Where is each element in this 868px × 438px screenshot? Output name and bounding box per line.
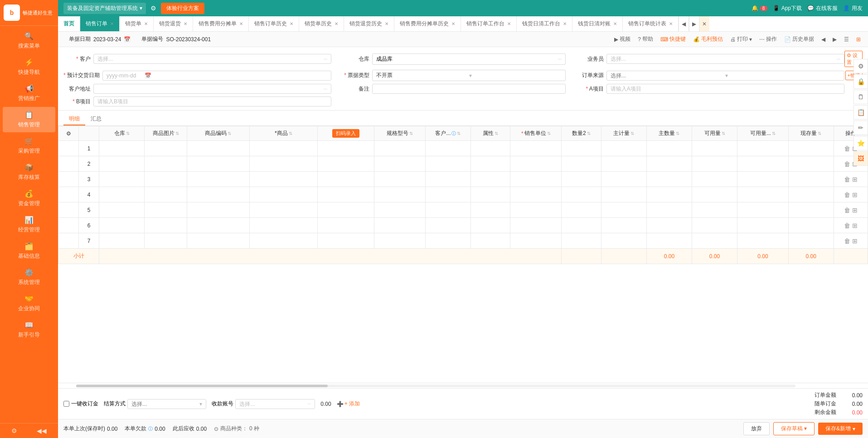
app-download-btn[interactable]: 📱 App下载 [773,5,802,12]
side-panel-star-btn[interactable]: ⭐ [853,136,868,150]
td-avail2-3[interactable] [737,172,789,187]
notification-btn[interactable]: 🔔 8 [752,5,767,11]
grid-view-btn[interactable]: ⊞ [854,35,863,43]
td-attr-6[interactable] [470,218,510,233]
td-stock-5[interactable] [788,202,834,218]
customer-dots[interactable]: ··· [324,57,327,62]
tab-fee-hist[interactable]: 销售费用分摊单历史 ✕ [394,16,461,31]
td-attr-1[interactable] [470,141,510,156]
sidebar-item-search[interactable]: 🔍 搜索菜单 [3,28,55,53]
tab-sales-return-close[interactable]: ✕ [184,21,187,26]
account-dots[interactable]: ··· [307,401,311,406]
side-panel-note-btn[interactable]: 🗒 [853,90,868,104]
copy-row-7-btn[interactable]: ⊞ [852,237,858,245]
list-view-btn[interactable]: ☰ [842,35,851,43]
td-stock-2[interactable] [788,156,834,172]
td-avail2-6[interactable] [737,218,789,233]
tab-sales-workbench[interactable]: 销售订单工作台 ✕ [461,16,517,31]
tab-close-all-btn[interactable]: ✕ [699,16,709,31]
tab-prev-btn[interactable]: ◀ [679,16,689,31]
delivery-date-wrapper[interactable]: 📅 [102,71,331,81]
td-spec-3[interactable] [374,172,426,187]
delivery-date-input[interactable] [107,72,143,79]
td-stock-4[interactable] [788,187,834,202]
td-cust-5[interactable] [425,202,470,218]
td-code-5[interactable] [187,202,250,218]
td-unit-3[interactable] [510,172,562,187]
td-avail-3[interactable] [692,172,737,187]
td-unit-7[interactable] [510,233,562,249]
td-avail2-4[interactable] [737,187,789,202]
td-name-4[interactable] [249,187,317,202]
td-qty2-2[interactable] [562,156,601,172]
tab-sales-fee-close[interactable]: ✕ [239,21,243,26]
td-warehouse-1[interactable] [99,141,145,156]
tab-sales-fee[interactable]: 销售费用分摊单 ✕ [193,16,249,31]
td-attr-7[interactable] [470,233,510,249]
td-name-1[interactable] [249,141,317,156]
td-code-1[interactable] [187,141,250,156]
td-mainqty-3[interactable] [646,172,692,187]
customer-input-wrapper[interactable]: ··· [93,54,331,64]
calendar-icon[interactable]: 📅 [124,36,131,43]
td-code-6[interactable] [187,218,250,233]
td-avail-5[interactable] [692,202,737,218]
staff-dots[interactable]: ··· [837,57,840,62]
td-spec-6[interactable] [374,218,426,233]
sidebar-item-basic[interactable]: 🗂️ 基础信息 [3,238,55,264]
customer-address-input[interactable] [97,86,324,92]
td-avail-6[interactable] [692,218,737,233]
td-avail-7[interactable] [692,233,737,249]
td-mainunit-2[interactable] [601,156,646,172]
delete-row-7-btn[interactable]: 🗑 [844,237,850,245]
td-attr-2[interactable] [470,156,510,172]
td-code-3[interactable] [187,172,250,187]
table-container[interactable]: ⚙ 仓库 ⇅ 商品图片 ⇅ [58,126,868,383]
td-unit-6[interactable] [510,218,562,233]
tab-sales-return[interactable]: 销货退货 ✕ [154,16,193,31]
td-unit-2[interactable] [510,156,562,172]
td-name-7[interactable] [249,233,317,249]
side-panel-edit-btn[interactable]: ✏ [853,120,868,135]
td-avail-2[interactable] [692,156,737,172]
order-source-input[interactable] [611,72,726,79]
tab-mingxi[interactable]: 明细 [63,113,85,125]
print-btn[interactable]: 🖨 打印 ▾ [728,34,754,44]
profit-btn[interactable]: 💰 毛利预估 [691,34,725,44]
history-btn[interactable]: 📄 历史单据 [782,34,816,44]
sidebar-item-purchase[interactable]: 🛒 采购管理 [3,133,55,159]
sidebar-settings-btn[interactable]: ⚙ [11,427,17,434]
td-spec-4[interactable] [374,187,426,202]
note-input[interactable] [376,86,562,92]
customer-address-wrapper[interactable]: ··· [93,84,331,94]
th-stock[interactable]: 现存量 ⇅ [788,126,834,141]
td-avail-1[interactable] [692,141,737,156]
copy-row-6-btn[interactable]: ⊞ [852,222,858,229]
address-dots[interactable]: ··· [324,87,327,91]
side-panel-image-btn[interactable]: 🖼 [853,151,868,166]
td-cust-7[interactable] [425,233,470,249]
tab-sales-order-hist-close[interactable]: ✕ [290,21,293,26]
staff-input[interactable] [611,56,837,62]
tab-sales-workbench-close[interactable]: ✕ [507,21,511,26]
video-btn[interactable]: ▶ 视频 [612,34,632,44]
discard-button[interactable]: 放弃 [743,422,770,435]
shortcut-btn[interactable]: ⌨ 快捷键 [659,34,688,44]
td-unit-5[interactable] [510,202,562,218]
a-project-input[interactable] [611,86,840,92]
th-spec[interactable]: 规格型号 ⇅ [374,126,426,141]
td-mainunit-3[interactable] [601,172,646,187]
td-avail2-2[interactable] [737,156,789,172]
note-wrapper[interactable] [372,84,566,94]
tab-sales-order-hist[interactable]: 销售订单历史 ✕ [249,16,299,31]
th-qty2[interactable]: 数量2 ⇅ [562,126,601,141]
td-spec-5[interactable] [374,202,426,218]
delete-row-2-btn[interactable]: 🗑 [844,160,850,168]
td-qty2-5[interactable] [562,202,601,218]
online-service-btn[interactable]: 💬 在线客服 [807,5,838,12]
th-main-unit[interactable]: 主计量 ⇅ [601,126,646,141]
td-stock-6[interactable] [788,218,834,233]
th-avail2[interactable]: 可用量... ⇅ [737,126,789,141]
td-code-4[interactable] [187,187,250,202]
td-cust-2[interactable] [425,156,470,172]
